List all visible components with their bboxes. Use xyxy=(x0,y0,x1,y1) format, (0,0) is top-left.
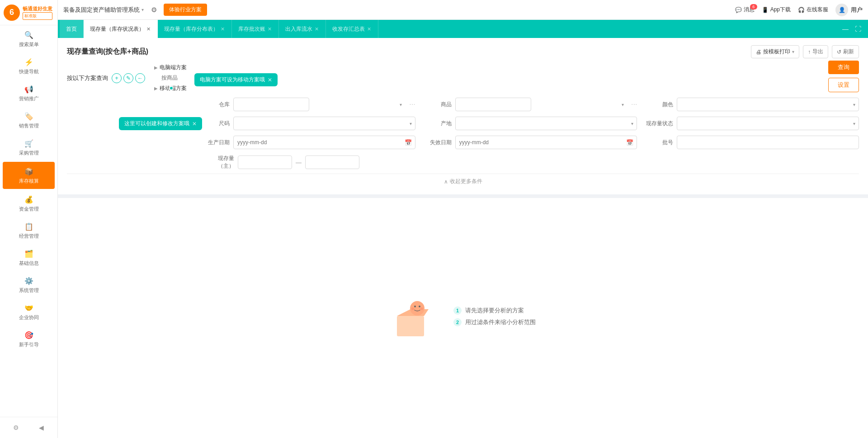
sidebar-item-inventory[interactable]: 📦 库存核算 xyxy=(3,162,55,189)
tab-close-inventory-dist[interactable]: ✕ xyxy=(220,26,225,33)
tab-inventory-dist[interactable]: 现存量（库存分布表） ✕ xyxy=(158,20,232,38)
sidebar-label-guide: 新手引导 xyxy=(19,341,39,348)
system-name-label: 装备及固定资产辅助管理系统 xyxy=(63,6,140,14)
stock-status-select[interactable] xyxy=(677,117,859,130)
size-select-wrap[interactable] xyxy=(233,117,415,130)
guide-icon: 🎯 xyxy=(24,330,34,340)
home-tab-label: 首页 xyxy=(66,25,77,33)
scheme-arrow-desktop: ▶ xyxy=(154,65,158,70)
tab-home[interactable]: 首页 xyxy=(60,20,84,38)
app-download-btn[interactable]: 📱 App下载 xyxy=(762,6,791,14)
tab-close-inventory-status[interactable]: ✕ xyxy=(146,26,151,33)
experience-btn[interactable]: 体验行业方案 xyxy=(164,4,207,16)
sidebar-item-quicknav[interactable]: ⚡ 快捷导航 xyxy=(0,52,57,80)
logo-icon: 6 xyxy=(4,5,20,21)
scheme-sub-item[interactable]: 按商品 xyxy=(161,74,187,82)
sidebar-item-marketing[interactable]: 📢 营销推广 xyxy=(0,80,57,107)
sidebar-item-enterprise[interactable]: 🤝 企业协同 xyxy=(0,298,57,325)
sidebar-item-search[interactable]: 🔍 搜索菜单 xyxy=(0,25,57,52)
tooltip1-text: 电脑方案可设为移动方案哦 xyxy=(200,76,265,84)
app-download-label: App下载 xyxy=(770,6,791,14)
goods-input[interactable] xyxy=(455,98,531,111)
color-select-wrap[interactable] xyxy=(677,98,859,111)
page-content: 现存量查询(按仓库+商品) 🖨 按模板打印 ▾ ↑ 导出 ↺ 刷新 xyxy=(58,38,868,438)
online-support-btn[interactable]: 🎧 在线客服 xyxy=(798,6,828,14)
sidebar-item-operations[interactable]: 📋 经营管理 xyxy=(0,217,57,244)
tab-collect-summary[interactable]: 收发存汇总表 ✕ xyxy=(326,20,378,38)
refresh-btn[interactable]: ↺ 刷新 xyxy=(832,45,859,58)
inventory-to-input[interactable] xyxy=(305,155,359,169)
back-scheme-btn[interactable]: ← xyxy=(135,73,145,83)
sidebar-item-purchase[interactable]: 🛒 采购管理 xyxy=(0,134,57,161)
expire-date-input[interactable] xyxy=(455,136,637,149)
color-label: 颜色 xyxy=(646,101,673,108)
header-right: 💬 消息 6 📱 App下载 🎧 在线客服 👤 用户 xyxy=(735,4,863,16)
scheme-desktop[interactable]: ▶ 电脑端方案 xyxy=(154,64,187,71)
tab-in-out-flow[interactable]: 出入库流水 ✕ xyxy=(279,20,326,38)
notification-btn[interactable]: 💬 消息 6 xyxy=(735,6,755,14)
color-select[interactable] xyxy=(677,98,859,111)
settings-footer-btn[interactable]: ⚙ xyxy=(9,421,23,434)
enterprise-icon: 🤝 xyxy=(24,303,34,313)
tab-batch-ledger[interactable]: 库存批次账 ✕ xyxy=(232,20,279,38)
produce-date-input[interactable] xyxy=(233,136,415,149)
empty-step1: 1 请先选择要分析的方案 xyxy=(453,306,536,315)
edit-scheme-btn[interactable]: ✎ xyxy=(123,73,133,83)
origin-select-wrap[interactable] xyxy=(455,117,637,130)
message-icon: 💬 xyxy=(735,7,742,13)
collapse-chevron-icon: ∧ xyxy=(444,179,448,185)
collapse-sidebar-btn[interactable]: ◀ xyxy=(34,421,48,434)
search-btn[interactable]: 查询 xyxy=(828,61,859,74)
sidebar-nav: 🔍 搜索菜单 ⚡ 快捷导航 📢 营销推广 🏷️ 销售管理 🛒 采购管理 📦 库存… xyxy=(0,25,57,417)
sidebar-item-sales[interactable]: 🏷️ 销售管理 xyxy=(0,107,57,134)
system-icon: ⚙️ xyxy=(24,276,34,286)
sidebar-item-guide[interactable]: 🎯 新手引导 xyxy=(0,325,57,353)
empty-state: 1 请先选择要分析的方案 2 用过滤条件来缩小分析范围 xyxy=(58,198,868,438)
warehouse-input[interactable] xyxy=(233,98,309,111)
system-selector[interactable]: 装备及固定资产辅助管理系统 ▾ xyxy=(63,6,144,14)
origin-select[interactable] xyxy=(455,117,637,130)
warehouse-select-wrap xyxy=(233,98,406,111)
export-icon: ↑ xyxy=(808,49,811,55)
print-btn[interactable]: 🖨 按模板打印 ▾ xyxy=(751,45,799,58)
export-btn[interactable]: ↑ 导出 xyxy=(803,45,828,58)
tab-close-in-out-flow[interactable]: ✕ xyxy=(314,26,319,33)
step1-num: 1 xyxy=(453,306,462,315)
headset-icon: 🎧 xyxy=(798,7,805,13)
main-area: 装备及固定资产辅助管理系统 ▾ ⚙ 体验行业方案 💬 消息 6 📱 App下载 … xyxy=(58,0,868,438)
warehouse-dots[interactable]: ··· xyxy=(409,100,415,108)
size-select[interactable] xyxy=(233,117,415,130)
tooltip1-close[interactable]: ✕ xyxy=(268,77,272,83)
marketing-icon: 📢 xyxy=(24,84,34,94)
print-arrow: ▾ xyxy=(792,49,794,54)
tooltip-scheme-mobile: 电脑方案可设为移动方案哦 ✕ xyxy=(194,73,278,86)
inventory-from-input[interactable] xyxy=(238,155,292,169)
empty-step2: 2 用过滤条件来缩小分析范围 xyxy=(453,318,536,326)
goods-dots[interactable]: ··· xyxy=(631,100,637,108)
tooltip2-close[interactable]: ✕ xyxy=(192,121,197,127)
user-area[interactable]: 👤 用户 xyxy=(835,4,863,16)
tab-minimize-btn[interactable]: — xyxy=(839,23,852,35)
produce-date-input-wrap: 📅 xyxy=(233,136,415,149)
sales-icon: 🏷️ xyxy=(24,111,34,121)
warehouse-filter: 仓库 ··· xyxy=(203,98,415,111)
export-label: 导出 xyxy=(812,48,823,56)
tab-close-batch-ledger[interactable]: ✕ xyxy=(267,26,272,33)
tab-inventory-status[interactable]: 现存量（库存状况表） ✕ xyxy=(84,20,158,38)
sidebar-item-finance[interactable]: 💰 资金管理 xyxy=(0,190,57,217)
sidebar-item-basic[interactable]: 🗂️ 基础信息 xyxy=(0,244,57,271)
logo-badge: 标准版 xyxy=(23,12,52,20)
collapse-filter-btn[interactable]: ∧ 收起更多条件 xyxy=(444,178,482,185)
stock-status-select-wrap[interactable] xyxy=(677,117,859,130)
set-btn[interactable]: 设置 xyxy=(828,78,859,92)
tab-bar: 首页 现存量（库存状况表） ✕ 现存量（库存分布表） ✕ 库存批次账 ✕ 出入库… xyxy=(58,20,868,38)
settings-gear-btn[interactable]: ⚙ xyxy=(147,4,160,16)
batch-input[interactable] xyxy=(677,136,859,149)
quicknav-icon: ⚡ xyxy=(24,57,34,67)
tab-close-collect-summary[interactable]: ✕ xyxy=(367,26,372,33)
goods-select-wrap xyxy=(455,98,627,111)
add-scheme-btn[interactable]: + xyxy=(112,73,122,83)
sidebar-item-system[interactable]: ⚙️ 系统管理 xyxy=(0,271,57,298)
step1-text: 请先选择要分析的方案 xyxy=(465,306,524,315)
tab-fullscreen-btn[interactable]: ⛶ xyxy=(852,23,864,35)
